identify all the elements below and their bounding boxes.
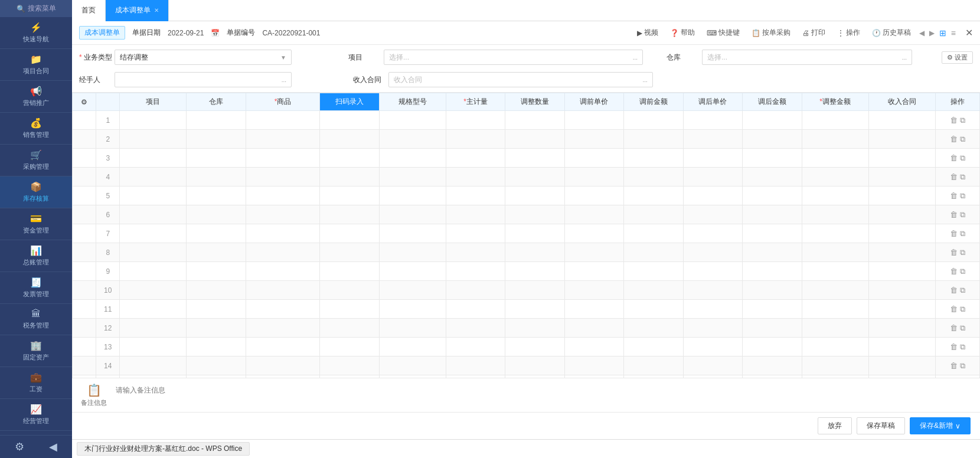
row-copy-icon[interactable]: ⧉ (960, 361, 965, 371)
calendar-icon[interactable]: 📅 (211, 29, 220, 37)
table-cell[interactable] (320, 356, 379, 375)
table-cell[interactable] (624, 187, 683, 205)
remarks-icon-btn[interactable]: 📋 备注信息 (79, 383, 109, 407)
table-cell[interactable] (379, 300, 446, 319)
table-cell[interactable] (868, 187, 935, 205)
row-delete-icon[interactable]: 🗑 (950, 267, 958, 276)
remarks-input[interactable] (113, 383, 973, 404)
table-cell[interactable] (743, 130, 802, 149)
table-cell[interactable] (624, 300, 683, 319)
sidebar-item-ledger-mgmt[interactable]: 📊 总账管理 (0, 240, 72, 272)
table-cell[interactable] (564, 168, 623, 187)
save-new-button[interactable]: 保存&新增 ∨ (910, 417, 971, 434)
table-cell[interactable] (120, 149, 187, 168)
table-cell[interactable] (683, 356, 742, 375)
table-cell[interactable] (120, 356, 187, 375)
table-cell[interactable] (868, 319, 935, 338)
table-cell[interactable] (246, 281, 320, 300)
save-draft-button[interactable]: 保存草稿 (857, 417, 905, 434)
row-delete-icon[interactable]: 🗑 (950, 323, 958, 332)
row-copy-icon[interactable]: ⧉ (960, 172, 965, 182)
table-cell[interactable] (505, 111, 564, 130)
sidebar-item-sales-mgmt[interactable]: 💰 销售管理 (0, 113, 72, 145)
table-cell[interactable] (802, 319, 868, 338)
col-header-adj-amt[interactable]: *调整金额 (802, 93, 868, 111)
table-cell[interactable] (187, 111, 246, 130)
table-cell[interactable] (564, 262, 623, 281)
table-cell[interactable] (683, 130, 742, 149)
table-cell[interactable] (683, 224, 742, 243)
table-cell[interactable] (120, 262, 187, 281)
header-nav-prev[interactable]: ◀ (919, 29, 925, 37)
row-delete-icon[interactable]: 🗑 (950, 286, 958, 295)
row-copy-icon[interactable]: ⧉ (960, 323, 965, 333)
table-cell[interactable] (683, 338, 742, 356)
table-cell[interactable] (683, 111, 742, 130)
table-cell[interactable] (624, 281, 683, 300)
sidebar-item-project-contract[interactable]: 📁 项目合同 (0, 49, 72, 81)
table-cell[interactable] (802, 262, 868, 281)
table-cell[interactable] (743, 243, 802, 262)
table-cell[interactable] (743, 338, 802, 356)
row-delete-icon[interactable]: 🗑 (950, 248, 958, 257)
table-cell[interactable] (868, 149, 935, 168)
table-cell[interactable] (802, 111, 868, 130)
row-copy-icon[interactable]: ⧉ (960, 248, 965, 257)
table-cell[interactable] (564, 338, 623, 356)
business-type-input[interactable]: 结存调整 ▼ (115, 50, 292, 65)
table-cell[interactable] (802, 300, 868, 319)
table-cell[interactable] (246, 187, 320, 205)
table-cell[interactable] (320, 111, 379, 130)
row-delete-icon[interactable]: 🗑 (950, 172, 958, 181)
table-cell[interactable] (120, 205, 187, 224)
table-cell[interactable] (187, 281, 246, 300)
table-cell[interactable] (246, 149, 320, 168)
row-copy-icon[interactable]: ⧉ (960, 191, 965, 201)
table-cell[interactable] (320, 319, 379, 338)
table-cell[interactable] (505, 281, 564, 300)
table-cell[interactable] (246, 300, 320, 319)
table-cell[interactable] (743, 281, 802, 300)
table-cell[interactable] (246, 130, 320, 149)
col-header-adj-qty[interactable]: 调整数量 (505, 93, 564, 111)
table-cell[interactable] (446, 281, 505, 300)
table-cell[interactable] (624, 338, 683, 356)
table-cell[interactable] (624, 149, 683, 168)
table-cell[interactable] (446, 319, 505, 338)
table-cell[interactable] (624, 356, 683, 375)
table-cell[interactable] (683, 187, 742, 205)
sidebar-search[interactable]: 🔍 搜索菜单 (0, 0, 72, 17)
table-cell[interactable] (505, 168, 564, 187)
table-cell[interactable] (246, 111, 320, 130)
table-cell[interactable] (446, 224, 505, 243)
table-cell[interactable] (187, 149, 246, 168)
table-cell[interactable] (320, 168, 379, 187)
col-header-income-contract[interactable]: 收入合同 (868, 93, 935, 111)
table-cell[interactable] (802, 356, 868, 375)
table-cell[interactable] (246, 319, 320, 338)
table-cell[interactable] (246, 205, 320, 224)
row-copy-icon[interactable]: ⧉ (960, 286, 965, 295)
sidebar-item-inventory[interactable]: 📦 库存核算 (0, 176, 72, 208)
sidebar-item-business-mgmt[interactable]: 📈 经营管理 (0, 399, 72, 431)
table-cell[interactable] (743, 356, 802, 375)
table-cell[interactable] (379, 130, 446, 149)
table-cell[interactable] (802, 338, 868, 356)
sidebar-item-tax-mgmt[interactable]: 🏛 税务管理 (0, 304, 72, 335)
table-cell[interactable] (120, 168, 187, 187)
warehouse-input[interactable]: 选择... ... (702, 50, 912, 65)
col-header-after-amt[interactable]: 调后金额 (743, 93, 802, 111)
col-header-project[interactable]: 项目 (120, 93, 187, 111)
row-delete-icon[interactable]: 🗑 (950, 361, 958, 370)
col-header-before-amt[interactable]: 调前金额 (624, 93, 683, 111)
table-cell[interactable] (624, 205, 683, 224)
table-cell[interactable] (187, 243, 246, 262)
table-cell[interactable] (379, 281, 446, 300)
row-copy-icon[interactable]: ⧉ (960, 305, 965, 314)
project-input[interactable]: 选择... ... (384, 50, 643, 65)
header-btn-help[interactable]: ❓ 帮助 (667, 27, 698, 39)
table-cell[interactable] (379, 338, 446, 356)
table-cell[interactable] (505, 300, 564, 319)
sidebar-settings-icon[interactable]: ⚙ (15, 440, 24, 453)
header-grid-icon[interactable]: ⊞ (939, 28, 946, 38)
